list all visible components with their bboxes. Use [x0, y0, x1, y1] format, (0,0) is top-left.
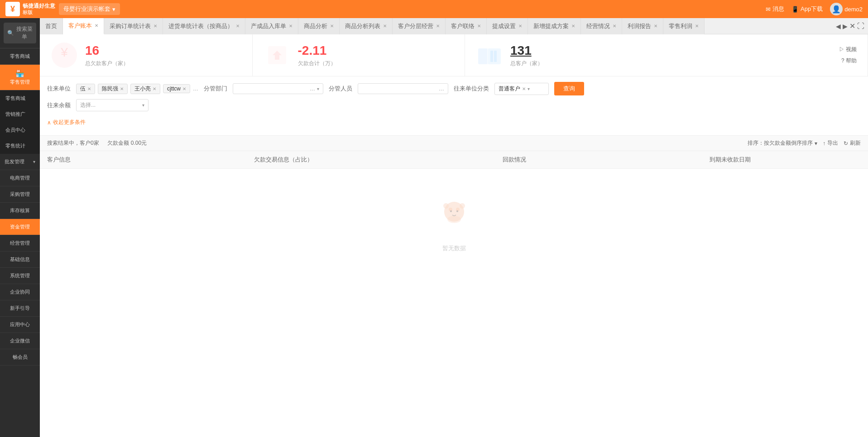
- help-btn[interactable]: ? 帮助: [841, 57, 857, 65]
- tab-customer-contact[interactable]: 客户联络 ✕: [446, 18, 487, 34]
- message-label: 消息: [772, 5, 784, 13]
- tab-close-retail-profit[interactable]: ✕: [695, 24, 699, 28]
- tab-close-production[interactable]: ✕: [289, 24, 293, 28]
- sidebar-item-retail-mgmt[interactable]: 🏪 零售管理: [0, 65, 40, 90]
- remove-tag-wu[interactable]: ✕: [87, 86, 91, 91]
- tab-goods-analysis[interactable]: 商品分析 ✕: [298, 18, 340, 34]
- sidebar-item-inventory[interactable]: 库存核算: [0, 203, 40, 219]
- sidebar-item-app-center[interactable]: 应用中心: [0, 317, 40, 333]
- query-button[interactable]: 查询: [554, 82, 584, 95]
- tab-close-operations-status[interactable]: ✕: [613, 24, 616, 28]
- video-btn[interactable]: ▷ 视频: [839, 46, 857, 53]
- tab-customer-contact-label: 客户联络: [451, 22, 475, 30]
- sort-selector[interactable]: 排序：按欠款金额倒序排序 ▾: [748, 139, 817, 147]
- stat-value-total: 131: [510, 43, 543, 58]
- tab-customer-capital[interactable]: 客户账本 ✕: [63, 18, 104, 34]
- tab-close-customer-contact[interactable]: ✕: [477, 24, 481, 28]
- video-label: 视频: [846, 46, 857, 52]
- balance-filter-select[interactable]: 选择... ▾: [76, 99, 149, 111]
- tab-close-goods-inbound[interactable]: ✕: [236, 24, 240, 28]
- sidebar-item-quick-nav[interactable]: 零售商城: [0, 48, 40, 65]
- sidebar-item-corp-collab[interactable]: 企业协同: [0, 284, 40, 300]
- tab-close-customer-tier[interactable]: ✕: [436, 24, 440, 28]
- logo-icon: ¥: [5, 2, 20, 16]
- stat-item-customers: ¥ 16 总欠款客户（家）: [40, 34, 253, 76]
- person-filter-select[interactable]: …: [358, 83, 448, 94]
- sidebar-subitem-member[interactable]: 会员中心: [0, 122, 40, 138]
- tab-goods-analysis-list[interactable]: 商品分析列表 ✕: [340, 18, 393, 34]
- svg-rect-6: [490, 51, 493, 62]
- tab-profit-report[interactable]: 利润报告 ✕: [622, 18, 663, 34]
- sidebar-item-ecommerce[interactable]: 电商管理: [0, 170, 40, 186]
- filter-tags-more[interactable]: …: [193, 86, 198, 92]
- remove-tag-wang[interactable]: ✕: [153, 86, 156, 91]
- top-bar-left: ¥ 畅捷通好生意 标版 母婴行业演示帐套 ▾: [5, 2, 120, 16]
- suite-selector[interactable]: 母婴行业演示帐套 ▾: [59, 3, 120, 15]
- sidebar-item-operations[interactable]: 经营管理: [0, 235, 40, 252]
- customers-icon: ¥: [51, 42, 78, 69]
- stat-info-total: 131 总客户（家）: [510, 43, 543, 67]
- remove-unit-type-tag[interactable]: ✕: [522, 86, 526, 91]
- sort-arrow-icon: ▾: [815, 140, 817, 147]
- tab-close-profit-report[interactable]: ✕: [654, 24, 657, 28]
- sidebar-subitem-retail-stats[interactable]: 零售统计: [0, 138, 40, 154]
- user-menu[interactable]: 👤 demo2: [830, 3, 863, 15]
- table-header: 客户信息 欠款交易信息（占比） 回款情况 到期未收款日期: [40, 151, 868, 169]
- collapse-area: ∧ 收起更多条件: [47, 115, 861, 130]
- collapse-button[interactable]: ∧ 收起更多条件: [47, 119, 861, 126]
- tab-close-goods-analysis-list[interactable]: ✕: [383, 24, 387, 28]
- unit-filter-label: 往来单位: [47, 85, 71, 93]
- sidebar-item-basic-info[interactable]: 基础信息: [0, 252, 40, 268]
- export-button[interactable]: ↑ 导出: [823, 139, 838, 147]
- result-bar: 搜索结果中，客户0家 欠款金额 0.00元 排序：按欠款金额倒序排序 ▾ ↑ 导…: [40, 136, 868, 151]
- logo-line1: 畅捷通好生意: [23, 3, 55, 9]
- sidebar-item-finance[interactable]: 资金管理: [0, 219, 40, 235]
- tab-production-inbound[interactable]: 产成品入库单 ✕: [245, 18, 298, 34]
- main-layout: 🔍 搜索菜单 零售商城 🏪 零售管理 零售商城 营销推广 会员中心 零售统计 批…: [0, 18, 868, 437]
- sidebar-subitem-marketing[interactable]: 营销推广: [0, 106, 40, 122]
- retail-stats-label: 零售统计: [5, 143, 25, 148]
- tab-operations-status[interactable]: 经营情况 ✕: [581, 18, 622, 34]
- search-menu-button[interactable]: 🔍 搜索菜单: [4, 23, 36, 43]
- tab-goods-inbound[interactable]: 进货单统计表（按商品） ✕: [163, 18, 245, 34]
- sidebar-item-newcomer[interactable]: 新手引导: [0, 300, 40, 317]
- sidebar-item-purchase[interactable]: 采购管理: [0, 186, 40, 203]
- dept-filter-select[interactable]: … ▾: [233, 83, 323, 94]
- person-filter-label: 分管人员: [329, 85, 352, 93]
- balance-select-value: 选择...: [80, 101, 140, 109]
- tab-new-raise-plan[interactable]: 新增提成方案 ✕: [528, 18, 581, 34]
- play-icon: ▷: [839, 46, 844, 52]
- content-area: 首页 客户账本 ✕ 采购订单统计表 ✕ 进货单统计表（按商品） ✕ 产成品入库单…: [40, 18, 868, 437]
- tab-close-raise-settings[interactable]: ✕: [518, 24, 522, 28]
- tab-close-purchase-order[interactable]: ✕: [153, 24, 157, 28]
- tab-home-label: 首页: [45, 22, 57, 30]
- tab-fullscreen-icon[interactable]: ⛶: [857, 22, 864, 30]
- tab-home[interactable]: 首页: [40, 18, 63, 34]
- sidebar-item-vip[interactable]: 畅会员: [0, 349, 40, 366]
- tab-next-icon[interactable]: ▶: [843, 23, 848, 30]
- tab-purchase-order[interactable]: 采购订单统计表 ✕: [104, 18, 163, 34]
- tab-retail-profit[interactable]: 零售利润 ✕: [663, 18, 705, 34]
- sidebar-item-system[interactable]: 系统管理: [0, 268, 40, 284]
- tab-bar-actions: ◀ ▶ ✕ ⛶: [832, 22, 868, 30]
- message-button[interactable]: ✉ 消息: [766, 5, 784, 13]
- tab-close-customer-capital[interactable]: ✕: [95, 23, 98, 28]
- tab-customer-tier[interactable]: 客户分层经营 ✕: [393, 18, 446, 34]
- tab-close-goods-analysis[interactable]: ✕: [330, 24, 334, 28]
- sidebar-subitem-retail-shop[interactable]: 零售商城: [0, 90, 40, 106]
- app-download-button[interactable]: 📱 App下载: [791, 5, 823, 13]
- remove-tag-chen[interactable]: ✕: [120, 86, 124, 91]
- remove-tag-cjttcw[interactable]: ✕: [182, 86, 186, 91]
- refresh-button[interactable]: ↻ 刷新: [844, 139, 861, 147]
- stat-info-debt: -2.11 欠款合计（万）: [298, 43, 336, 67]
- dept-arrow-icon: ▾: [317, 86, 319, 91]
- tab-prev-icon[interactable]: ◀: [836, 23, 841, 30]
- unit-type-filter[interactable]: 普通客户 ✕ ▾: [494, 83, 549, 95]
- tab-close-all-icon[interactable]: ✕: [849, 22, 855, 30]
- sidebar-item-corp-wechat[interactable]: 企业微信: [0, 333, 40, 349]
- finance-label: 资金管理: [10, 224, 30, 229]
- stat-item-total: 131 总客户（家） ▷ 视频 ? 帮助: [465, 34, 868, 76]
- tab-close-new-raise-plan[interactable]: ✕: [571, 24, 575, 28]
- tab-raise-settings[interactable]: 提成设置 ✕: [487, 18, 528, 34]
- sidebar-item-batch-mgmt[interactable]: 批发管理 ▾: [0, 154, 40, 170]
